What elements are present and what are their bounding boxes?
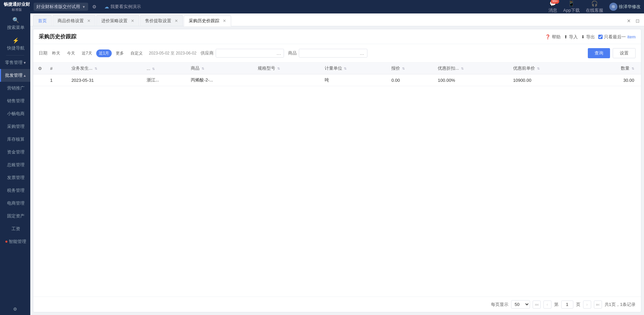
- tab-purchase-strategy[interactable]: 进价策略设置 ✕: [96, 15, 139, 26]
- sidebar-item-quicknav[interactable]: ⚡ 快捷导航: [0, 34, 30, 55]
- demo-text: 我要看实例演示: [110, 4, 141, 10]
- last-page-button[interactable]: ⏭: [594, 301, 602, 309]
- row-product: 丙烯酸-2-...: [187, 74, 254, 86]
- sort-icon-product: ⇅: [202, 67, 204, 70]
- page-header-actions: ❓ 帮助 ⬆ 导入 ⬇ 导出 只看最后一 item: [545, 34, 636, 40]
- product-dots-button[interactable]: ...: [360, 50, 364, 56]
- sidebar-item-ecommerce[interactable]: 电商管理: [0, 197, 30, 210]
- col-pre-discount[interactable]: 优惠前单价 ⇅: [510, 63, 587, 74]
- pagination: 每页显示 50 100 200 ⏮ ‹ 第 页 › ⏭ 共1页，1条记录: [33, 296, 641, 312]
- next-page-button[interactable]: ›: [583, 301, 591, 309]
- date-btn-today[interactable]: 今天: [64, 49, 78, 57]
- sort-icon-more: ⇅: [152, 67, 155, 71]
- col-discount[interactable]: 优惠折扣... ⇅: [434, 63, 510, 74]
- sidebar-item-marketing[interactable]: 营销推广: [0, 82, 30, 95]
- message-badge: 99+: [551, 0, 559, 4]
- col-quantity[interactable]: 数量 ⇅: [587, 63, 641, 74]
- tab-purchase-history-close[interactable]: ✕: [223, 19, 226, 23]
- col-unit[interactable]: 计量单位 ⇅: [321, 63, 388, 74]
- import-label: 导入: [569, 34, 578, 40]
- row-settings: [33, 74, 47, 86]
- sidebar-item-invoice[interactable]: 发票管理: [0, 171, 30, 184]
- only-last-checkbox[interactable]: 只看最后一 item: [598, 34, 636, 40]
- date-btn-custom[interactable]: 自定义: [128, 49, 145, 57]
- table-row[interactable]: 1 2023-05-31 浙江... 丙烯酸-2-... 吨 0.00 100.…: [33, 74, 641, 86]
- date-btn-last1month[interactable]: 近1月: [96, 49, 112, 57]
- sidebar-item-retail[interactable]: 零售管理 ▼: [0, 56, 30, 69]
- sidebar-label-quicknav: 快捷导航: [7, 45, 25, 51]
- sidebar-item-wholesale[interactable]: 批发管理 ▲: [0, 69, 30, 82]
- sidebar-label-smart: 智能管理: [9, 239, 26, 245]
- col-date[interactable]: 业务发生... ⇅: [68, 63, 143, 74]
- version-text: 好业财标准版交付试用: [36, 4, 80, 10]
- col-price-label: 报价: [391, 66, 400, 71]
- col-date-label: 业务发生...: [71, 66, 93, 71]
- product-input[interactable]: [302, 51, 358, 56]
- sidebar-item-inventory[interactable]: 库存核算: [0, 133, 30, 146]
- sidebar-label-invoice: 发票管理: [7, 175, 25, 181]
- sidebar-label-inventory: 库存核算: [7, 136, 25, 142]
- help-button[interactable]: ❓ 帮助: [545, 34, 561, 40]
- first-page-button[interactable]: ⏮: [533, 301, 541, 309]
- import-button[interactable]: ⬆ 导入: [564, 34, 578, 40]
- sidebar-item-finance[interactable]: 资金管理: [0, 146, 30, 159]
- settings-button[interactable]: ⚙: [90, 2, 99, 11]
- export-button[interactable]: ⬇ 导出: [581, 34, 595, 40]
- supplier-input[interactable]: [219, 51, 275, 56]
- tab-purchase-history-label: 采购历史价跟踪: [189, 18, 219, 24]
- per-page-select[interactable]: 50 100 200: [511, 300, 530, 309]
- headset-icon: 🎧: [591, 0, 598, 7]
- per-page-label: 每页显示: [491, 302, 508, 308]
- sidebar-settings-icon: ⚙: [13, 307, 17, 312]
- col-seq: #: [47, 63, 68, 74]
- tab-price-settings-close[interactable]: ✕: [87, 19, 91, 23]
- col-more-label: ...: [147, 66, 150, 71]
- tab-sale-price[interactable]: 售价提取设置 ✕: [140, 15, 183, 26]
- sidebar-item-ecommerce-small[interactable]: 小畅电商: [0, 107, 30, 120]
- sidebar-item-assets[interactable]: 固定资产: [0, 210, 30, 222]
- prev-page-button[interactable]: ‹: [543, 301, 551, 309]
- tab-purchase-history[interactable]: 采购历史价跟踪 ✕: [184, 15, 231, 26]
- sidebar-label-tax: 税务管理: [7, 187, 25, 194]
- import-icon: ⬆: [564, 34, 568, 39]
- supplier-label: 供应商: [201, 50, 214, 56]
- col-price[interactable]: 报价 ⇅: [388, 63, 434, 74]
- filter-setting-button[interactable]: 设置: [613, 48, 636, 58]
- col-more[interactable]: ... ⇅: [143, 63, 188, 74]
- sidebar-item-purchase[interactable]: 采购管理: [0, 120, 30, 133]
- col-spec[interactable]: 规格型号 ⇅: [254, 63, 321, 74]
- page-input[interactable]: [561, 301, 573, 309]
- online-service-button[interactable]: 🎧 在线客服: [586, 0, 603, 13]
- maximize-window-button[interactable]: ⊡: [634, 17, 641, 25]
- tab-purchase-strategy-close[interactable]: ✕: [131, 19, 134, 23]
- table-settings-icon[interactable]: ⚙: [38, 66, 42, 71]
- col-spec-label: 规格型号: [258, 66, 275, 71]
- sidebar-item-ledger[interactable]: 总账管理: [0, 159, 30, 171]
- sidebar-item-tax[interactable]: 税务管理: [0, 184, 30, 197]
- date-btn-more[interactable]: 更多: [113, 49, 127, 57]
- query-button[interactable]: 查询: [588, 48, 610, 58]
- tab-sale-price-close[interactable]: ✕: [175, 19, 178, 23]
- user-menu[interactable]: 徐 徐泽华修改: [609, 3, 641, 11]
- sidebar-item-smart[interactable]: 智能管理: [0, 235, 30, 248]
- col-settings[interactable]: ⚙: [33, 63, 47, 74]
- only-last-input[interactable]: [598, 35, 603, 39]
- date-btn-last7[interactable]: 近7天: [79, 49, 95, 57]
- sidebar-item-salary[interactable]: 工资: [0, 222, 30, 235]
- search-icon: 🔍: [12, 17, 19, 23]
- message-button[interactable]: 💬 99+ 消息: [548, 0, 557, 13]
- wholesale-arrow-icon: ▲: [23, 74, 27, 77]
- tab-price-settings[interactable]: 商品价格设置 ✕: [52, 15, 96, 26]
- col-product[interactable]: 商品 ⇅: [187, 63, 254, 74]
- sidebar-settings-button[interactable]: ⚙: [0, 303, 30, 315]
- tab-home[interactable]: 首页: [33, 15, 52, 26]
- sidebar-item-search[interactable]: 🔍 搜索菜单: [0, 13, 30, 34]
- app-download-button[interactable]: 📱 App下载: [563, 0, 580, 13]
- demo-button[interactable]: ☁ 我要看实例演示: [104, 4, 141, 10]
- sidebar-item-sales[interactable]: 销售管理: [0, 95, 30, 107]
- date-btn-yesterday[interactable]: 昨天: [49, 49, 63, 57]
- supplier-dots-button[interactable]: ...: [277, 50, 281, 56]
- version-selector[interactable]: 好业财标准版交付试用 ▼: [34, 3, 88, 11]
- close-window-button[interactable]: ✕: [625, 17, 633, 25]
- app-subtitle: 标准版: [12, 7, 22, 12]
